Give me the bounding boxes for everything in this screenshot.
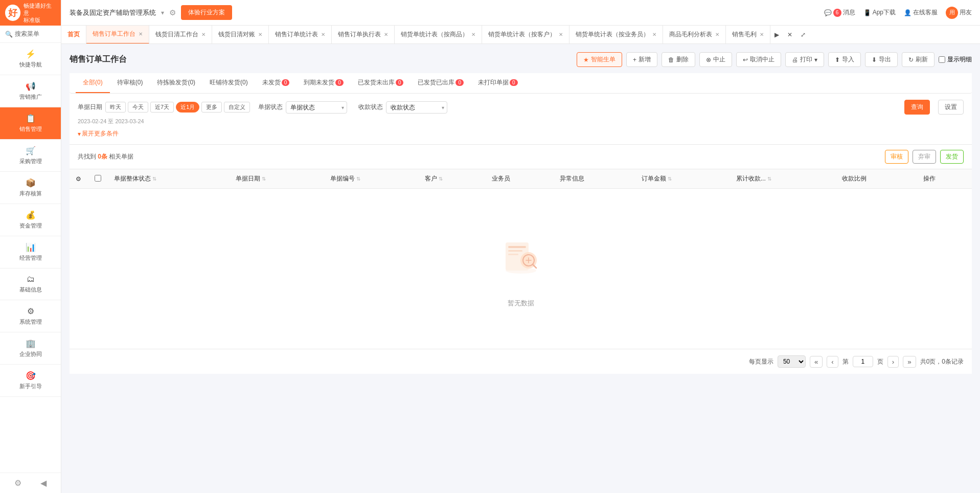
export-btn[interactable]: ⬇ 导出: [865, 52, 898, 67]
col-settings[interactable]: ⚙: [70, 169, 87, 189]
delete-btn[interactable]: 🗑 删除: [662, 52, 695, 67]
sidebar-item-guide[interactable]: 🎯 新手引导: [0, 365, 61, 397]
query-btn[interactable]: 查询: [904, 100, 930, 115]
smart-create-btn[interactable]: ★ 智能生单: [577, 52, 622, 67]
tab-close-sales-stat[interactable]: ✕: [321, 32, 325, 37]
revoke-btn[interactable]: 弃审: [913, 150, 936, 164]
tab-close-sales-summary-product[interactable]: ✕: [471, 32, 475, 37]
tab-margin-analysis[interactable]: 商品毛利分析表 ✕: [663, 26, 726, 44]
payment-select[interactable]: 收款状态: [386, 101, 447, 114]
stop-btn[interactable]: ⊗ 中止: [699, 52, 732, 67]
tab-sales-stat[interactable]: 销售订单统计表 ✕: [269, 26, 332, 44]
filter-tab-pending-review[interactable]: 待审核(0): [110, 73, 150, 93]
next-page-btn[interactable]: ›: [887, 356, 899, 368]
date-btn-more[interactable]: 更多: [201, 102, 222, 113]
date-btn-1month[interactable]: 近1月: [176, 102, 199, 113]
filter-tab-expired-not-shipped[interactable]: 到期未发货0: [297, 73, 351, 93]
print-btn[interactable]: 🖨 打印 ▾: [785, 52, 824, 67]
status-select[interactable]: 单据状态: [286, 101, 347, 114]
filter-tab-pending-inspect[interactable]: 待拣验发货(0): [150, 73, 202, 93]
sidebar-item-enterprise[interactable]: 🏢 企业协同: [0, 332, 61, 365]
filter-tab-not-printed[interactable]: 未打印单据0: [471, 73, 525, 93]
tab-more-btn[interactable]: ▶: [770, 26, 783, 44]
approve-btn[interactable]: 审核: [885, 150, 908, 164]
tab-cash-reconcile[interactable]: 钱货日清对账 ✕: [212, 26, 269, 44]
refresh-btn[interactable]: ↻ 刷新: [902, 52, 935, 67]
user-avatar[interactable]: 用 用友: [946, 7, 972, 19]
show-details-label[interactable]: 显示明细: [939, 55, 972, 64]
sidebar-item-system[interactable]: ⚙ 系统管理: [0, 300, 61, 332]
tab-sales-workbench[interactable]: 销售订单工作台 ✕: [86, 26, 149, 44]
tab-sales-exec[interactable]: 销售订单执行表 ✕: [332, 26, 395, 44]
expand-btn[interactable]: ▾ 展开更多条件: [78, 129, 964, 138]
date-btn-yesterday[interactable]: 昨天: [105, 102, 126, 113]
sidebar-item-operations[interactable]: 📊 经营管理: [0, 236, 61, 268]
settings-gear-icon[interactable]: ⚙: [169, 8, 176, 17]
select-all-checkbox[interactable]: [95, 175, 101, 182]
page-number-input[interactable]: [853, 356, 873, 367]
last-page-btn[interactable]: »: [903, 356, 916, 368]
tab-close-all-btn[interactable]: ✕: [783, 26, 796, 44]
sidebar-item-finance[interactable]: 💰 资金管理: [0, 204, 61, 236]
tab-sales-summary-staff[interactable]: 销货单统计表（按业务员） ✕: [569, 26, 663, 44]
date-btn-today[interactable]: 今天: [128, 102, 148, 113]
col-date: 单据日期 ⇅: [230, 169, 324, 189]
sort-client-icon[interactable]: ⇅: [439, 176, 443, 182]
sidebar-item-marketing[interactable]: 📢 营销推广: [0, 75, 61, 107]
tab-sales-summary-client[interactable]: 销货单统计表（按客户） ✕: [482, 26, 569, 44]
col-checkbox[interactable]: [87, 169, 108, 189]
tab-close-sales-workbench[interactable]: ✕: [139, 31, 143, 37]
page-size-select[interactable]: 50 10 20 100: [778, 355, 806, 368]
cancel-stop-btn[interactable]: ↩ 取消中止: [736, 52, 781, 67]
tab-close-sales-profit[interactable]: ✕: [760, 32, 764, 37]
settings-icon[interactable]: ⚙: [14, 478, 21, 488]
prev-page-btn[interactable]: ‹: [827, 356, 838, 368]
sidebar-item-sales[interactable]: 📋 销售管理: [0, 107, 61, 140]
message-btn[interactable]: 💬 6 消息: [824, 8, 855, 17]
tab-close-cash-reconcile[interactable]: ✕: [258, 32, 262, 37]
filter-tab-shipped-out[interactable]: 已发货已出库0: [411, 73, 471, 93]
tab-close-sales-exec[interactable]: ✕: [384, 32, 388, 37]
app-download-btn[interactable]: 📱 App下载: [863, 8, 896, 17]
filter-tab-not-shipped[interactable]: 未发货0: [255, 73, 297, 93]
operations-icon: 📊: [26, 242, 36, 252]
filter-tab-wangpu[interactable]: 旺铺待发货(0): [202, 73, 255, 93]
ship-btn[interactable]: 发货: [940, 150, 964, 164]
sidebar-item-inventory[interactable]: 📦 库存核算: [0, 172, 61, 204]
setting-btn[interactable]: 设置: [938, 100, 964, 115]
status-select-wrapper: 单据状态: [286, 101, 347, 114]
tab-close-margin-analysis[interactable]: ✕: [715, 32, 719, 37]
tab-home[interactable]: 首页: [61, 26, 86, 44]
sort-date-icon[interactable]: ⇅: [262, 176, 266, 182]
trial-btn[interactable]: 体验行业方案: [181, 5, 232, 20]
sort-number-icon[interactable]: ⇅: [356, 176, 360, 182]
empty-text: 暂无数据: [508, 299, 534, 308]
add-btn[interactable]: + 新增: [626, 52, 657, 67]
tab-close-sales-summary-client[interactable]: ✕: [559, 32, 563, 37]
import-btn[interactable]: ⬆ 导入: [828, 52, 861, 67]
sort-received-icon[interactable]: ⇅: [767, 176, 771, 182]
show-details-checkbox[interactable]: [939, 56, 945, 63]
sidebar-item-basic-info[interactable]: 🗂 基础信息: [0, 268, 61, 300]
date-btn-custom[interactable]: 自定义: [224, 102, 250, 113]
tab-close-cash-daily[interactable]: ✕: [201, 32, 206, 37]
sort-amount-icon[interactable]: ⇅: [668, 176, 672, 182]
first-page-btn[interactable]: «: [810, 356, 823, 368]
filter-tab-shipped-not-out[interactable]: 已发货未出库0: [351, 73, 411, 93]
tab-cash-daily[interactable]: 钱货日清工作台 ✕: [149, 26, 212, 44]
tab-maximize-btn[interactable]: ⤢: [796, 26, 810, 44]
dropdown-arrow-icon[interactable]: ▾: [161, 9, 164, 16]
sort-status-icon[interactable]: ⇅: [152, 176, 156, 182]
page-header-actions: ★ 智能生单 + 新增 🗑 删除 ⊗ 中止: [577, 52, 972, 67]
collapse-icon[interactable]: ◀: [40, 478, 47, 488]
filter-tab-all[interactable]: 全部(0): [76, 73, 110, 93]
sidebar-item-quick-nav[interactable]: ⚡ 快捷导航: [0, 43, 61, 75]
online-service-btn[interactable]: 👤 在线客服: [904, 8, 938, 17]
date-btn-7days[interactable]: 近7天: [150, 102, 174, 113]
search-menu[interactable]: 🔍 搜索菜单: [0, 26, 61, 43]
sidebar-item-purchase[interactable]: 🛒 采购管理: [0, 140, 61, 172]
quick-nav-icon: ⚡: [26, 49, 36, 59]
tab-sales-profit[interactable]: 销售毛利 ✕: [726, 26, 770, 44]
tab-close-sales-summary-staff[interactable]: ✕: [652, 32, 656, 37]
tab-sales-summary-product[interactable]: 销货单统计表（按商品） ✕: [395, 26, 482, 44]
